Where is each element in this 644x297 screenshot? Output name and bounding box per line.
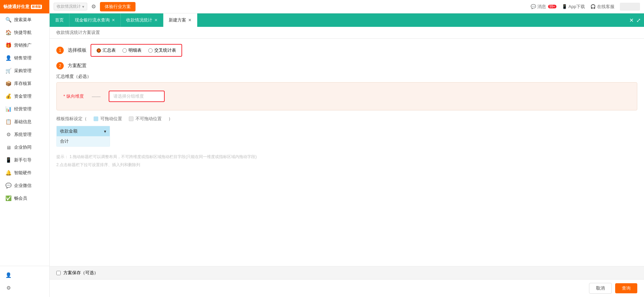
tab-close-cashflow[interactable]: ✕ — [112, 18, 115, 22]
query-button[interactable]: 查询 — [615, 283, 637, 293]
sidebar-item-guide[interactable]: 📱新手引导 — [0, 154, 49, 166]
gear-icon[interactable]: ⚙ — [91, 3, 96, 10]
tab-collection[interactable]: 收款情况统计✕ — [121, 13, 163, 27]
messages-label: 消息 — [537, 4, 546, 10]
sidebar-item-sales[interactable]: 👤销售管理 — [0, 52, 49, 64]
close-window-icon[interactable]: ✕ — [629, 17, 634, 23]
sidebar-item-basic[interactable]: 📋基础信息 — [0, 115, 49, 128]
sidebar-item-finance[interactable]: 💰资金管理 — [0, 90, 49, 103]
breadcrumb: 收款情况统计 ▾ — [54, 3, 87, 10]
service-label: 在线客服 — [597, 4, 614, 10]
download-item[interactable]: 📱 App下载 — [562, 4, 585, 10]
message-badge: 99+ — [548, 5, 556, 8]
cancel-button[interactable]: 取消 — [589, 283, 612, 294]
radio-input-detail[interactable] — [122, 48, 127, 53]
radio-input-cross[interactable] — [148, 48, 153, 53]
tab-close-collection[interactable]: ✕ — [154, 18, 158, 22]
sales-icon: 👤 — [5, 55, 11, 61]
step1-badge: 1 — [56, 47, 64, 54]
top-header-left: 收款情况统计 ▾ ⚙ 体验行业方案 — [54, 2, 136, 11]
headset-icon: 🎧 — [590, 4, 596, 9]
radio-item-cross[interactable]: 交叉统计表 — [148, 47, 176, 53]
sidebar-item-bottom2[interactable]: ⚙ — [0, 282, 49, 294]
finance-icon: 💰 — [5, 93, 11, 99]
sidebar-logo: 畅捷通好生意 标准版 — [0, 0, 49, 13]
purchase-icon: 🛒 — [5, 68, 11, 74]
fixed-legend-box — [129, 116, 133, 121]
marketing-icon: 🎁 — [5, 42, 11, 48]
sidebar-item-member[interactable]: ✅畅会员 — [0, 192, 49, 205]
sidebar-label-guide: 新手引导 — [14, 157, 32, 163]
save-option-label: 方案保存（可选） — [63, 270, 98, 276]
industry-plan-button[interactable]: 体验行业方案 — [100, 2, 136, 11]
hint-text: 提示： 1.拖动标题栏可以调整布局，不可跨维度或指标区域拖动栏目字段(只能在同一… — [56, 153, 637, 161]
save-checkbox[interactable] — [56, 271, 61, 275]
step2-row: 2 方案配置 — [56, 62, 637, 69]
sidebar-bottom: 👤 ⚙ — [0, 266, 49, 297]
wechat-icon: 💬 — [5, 183, 11, 189]
template-radio-group: 汇总表明细表交叉统计表 — [97, 47, 176, 53]
download-label: App下载 — [569, 4, 585, 10]
messages-item[interactable]: 💬 消息 99+ — [531, 4, 556, 10]
basic-icon: 📋 — [5, 119, 11, 125]
settings-icon: ⚙ — [5, 285, 11, 291]
dimension-select[interactable]: 请选择分组维度 — [109, 91, 165, 102]
sidebar-label-basic: 基础信息 — [14, 119, 32, 125]
sidebar-item-inventory[interactable]: 📦库存核算 — [0, 77, 49, 90]
stat-table-header: 收款金额 ▾ — [57, 126, 110, 136]
save-option-bar: 方案保存（可选） — [50, 266, 644, 279]
sidebar-label-inventory: 库存核算 — [14, 81, 32, 87]
hint-area: 提示： 1.拖动标题栏可以调整布局，不可跨维度或指标区域拖动栏目字段(只能在同一… — [56, 153, 637, 168]
tab-home[interactable]: 首页 — [50, 13, 69, 27]
tab-close-new-plan[interactable]: ✕ — [188, 18, 192, 22]
sidebar-item-system[interactable]: ⚙系统管理 — [0, 128, 49, 141]
step2-badge: 2 — [56, 62, 64, 69]
radio-label-detail: 明细表 — [128, 47, 142, 53]
radio-input-summary[interactable] — [97, 48, 101, 53]
breadcrumb-chevron-icon: ▾ — [82, 4, 84, 9]
sidebar-label-sales: 销售管理 — [14, 55, 32, 61]
fixed-legend: 不可拖动位置 — [129, 116, 162, 122]
breadcrumb-text: 收款情况统计 — [57, 4, 81, 9]
dimension-row-label: 纵向维度 — [63, 93, 84, 99]
system-icon: ⚙ — [5, 132, 11, 138]
stat-table-body: 合计 — [57, 136, 110, 146]
service-item[interactable]: 🎧 在线客服 — [590, 4, 614, 10]
tab-new-plan[interactable]: 新建方案✕ — [163, 13, 197, 27]
sidebar-label-collab: 企业协同 — [14, 144, 32, 150]
template-select-box: 汇总表明细表交叉统计表 — [91, 44, 182, 57]
step1-row: 1 选择模板 汇总表明细表交叉统计表 — [56, 44, 637, 57]
indicators-header: 模板指标设定（ 可拖动位置 不可拖动位置 ） — [56, 116, 637, 122]
tab-label-cashflow: 现金银行流水查询 — [75, 17, 110, 23]
sidebar-item-quick-nav[interactable]: 🏠快捷导航 — [0, 26, 49, 39]
logo-text: 畅捷通好生意 — [3, 4, 30, 10]
radio-item-detail[interactable]: 明细表 — [122, 47, 142, 53]
maximize-icon[interactable]: ⤢ — [636, 17, 641, 23]
message-icon: 💬 — [531, 4, 536, 9]
tab-cashflow[interactable]: 现金银行流水查询✕ — [69, 13, 121, 27]
indicators-suffix: ） — [168, 116, 173, 122]
dimension-placeholder: 请选择分组维度 — [113, 94, 144, 99]
sidebar-item-collab[interactable]: 🖥企业协同 — [0, 141, 49, 154]
sidebar-item-search-menu[interactable]: 🔍搜索菜单 — [0, 13, 49, 26]
radio-item-summary[interactable]: 汇总表 — [97, 47, 116, 53]
sidebar-label-finance: 资金管理 — [14, 93, 32, 99]
sidebar-item-purchase[interactable]: 🛒采购管理 — [0, 64, 49, 77]
search-menu-icon: 🔍 — [5, 17, 11, 23]
sidebar-item-wechat[interactable]: 💬企业微信 — [0, 179, 49, 192]
tab-label-collection: 收款情况统计 — [126, 17, 152, 23]
tab-label-new-plan: 新建方案 — [169, 17, 186, 23]
form-section: 1 选择模板 汇总表明细表交叉统计表 2 方案配置 汇总维度（必选） 纵向维度 — [50, 39, 644, 266]
sidebar-item-marketing[interactable]: 🎁营销推广 — [0, 39, 49, 52]
radio-label-summary: 汇总表 — [103, 47, 116, 53]
sidebar: 畅捷通好生意 标准版 🔍搜索菜单🏠快捷导航🎁营销推广👤销售管理🛒采购管理📦库存核… — [0, 0, 50, 297]
content-area: 收款情况统计方案设置 1 选择模板 汇总表明细表交叉统计表 2 方案配置 汇总维… — [50, 27, 644, 279]
tab-bar: 首页现金银行流水查询✕收款情况统计✕新建方案✕ ✕ ⤢ — [50, 13, 644, 27]
dropdown-icon[interactable]: ▾ — [104, 129, 106, 134]
sidebar-item-hardware[interactable]: 🔔智能硬件 — [0, 166, 49, 179]
radio-label-cross: 交叉统计表 — [154, 47, 176, 53]
sidebar-item-operation[interactable]: 📊经营管理 — [0, 103, 49, 115]
page-title: 收款情况统计方案设置 — [50, 27, 644, 39]
sidebar-item-bottom1[interactable]: 👤 — [0, 269, 49, 282]
dimension-config: 汇总维度（必选） 纵向维度 —— 请选择分组维度 — [56, 73, 637, 110]
